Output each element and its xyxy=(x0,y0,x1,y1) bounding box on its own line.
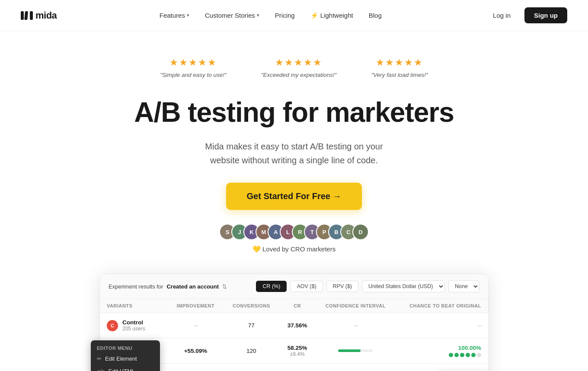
chance-control: -- xyxy=(396,313,488,338)
nav-auth: Log in Sign up xyxy=(484,7,567,23)
tab-aov[interactable]: AOV ($) xyxy=(290,281,323,292)
code-icon: </> xyxy=(97,368,105,371)
currency-select[interactable]: United States Dollar (USD) xyxy=(362,280,445,292)
editor-menu: Editor Menu ✏ Edit Element </> Edit HTML xyxy=(91,340,160,371)
hero-subheadline: Mida makes it easy to start A/B testing … xyxy=(118,140,470,167)
dot xyxy=(460,353,464,357)
dot xyxy=(454,353,459,357)
conversions-control: 77 xyxy=(224,313,279,338)
star-rating-1: ★★★★★ xyxy=(169,57,217,68)
star-block-2: ★★★★★ "Exceeded my expectations!" xyxy=(261,57,337,78)
confidence-v1 xyxy=(316,338,396,364)
avatar-group: S J K M A L R T P B C D xyxy=(219,224,369,240)
edit-element-item[interactable]: ✏ Edit Element xyxy=(91,352,160,365)
cta-button[interactable]: Get Started For Free → xyxy=(226,183,362,210)
star-block-3: ★★★★★ "Very fast load times!" xyxy=(371,57,428,78)
col-improvement: IMPROVEMENT xyxy=(168,299,224,313)
col-variants: VARIANTS xyxy=(100,299,168,313)
conversions-v1: 120 xyxy=(224,338,279,364)
sort-icon[interactable]: ⇅ xyxy=(222,283,227,290)
star-rating-2: ★★★★★ xyxy=(275,57,323,68)
chevron-down-icon: ▾ xyxy=(257,13,259,18)
svg-rect-1 xyxy=(24,11,28,20)
nav-links: Features ▾ Customer Stories ▾ Pricing ⚡ … xyxy=(153,8,388,23)
nav-features[interactable]: Features ▾ xyxy=(153,8,195,22)
edit-html-item[interactable]: </> Edit HTML xyxy=(91,365,160,371)
star-block-1: ★★★★★ "Simple and easy to use!" xyxy=(160,57,227,78)
variant-badge-control: C xyxy=(107,320,118,331)
col-confidence: CONFIDENCE INTERVAL xyxy=(316,299,396,313)
dot-empty xyxy=(477,353,481,357)
star-quote-2: "Exceeded my expectations!" xyxy=(261,72,337,78)
variant-users-control: 205 users xyxy=(122,326,145,332)
star-quote-3: "Very fast load times!" xyxy=(371,72,428,78)
nav-lightweight[interactable]: ⚡ Lightweight xyxy=(304,8,359,23)
improvement-v1: +55.09% xyxy=(168,338,224,364)
nav-blog[interactable]: Blog xyxy=(363,8,388,22)
social-proof: S J K M A L R T P B C D 💛 Loved by CRO m… xyxy=(118,224,470,253)
tab-rpv[interactable]: RPV ($) xyxy=(326,281,358,292)
confidence-bar-bg xyxy=(338,349,373,352)
confidence-bar-fill xyxy=(338,349,361,352)
segment-select[interactable]: None xyxy=(448,280,479,292)
signup-button[interactable]: Sign up xyxy=(524,7,567,23)
dot xyxy=(466,353,470,357)
variant-cell: C Control 205 users xyxy=(100,313,168,338)
chance-v1: 100.00% xyxy=(396,338,488,364)
cr-control: 37.56% xyxy=(279,313,316,338)
variant-name-control: Control xyxy=(122,319,145,326)
avatar: D xyxy=(352,224,369,240)
table-header: VARIANTS IMPROVEMENT CONVERSIONS CR CONF… xyxy=(100,299,488,313)
login-button[interactable]: Log in xyxy=(484,8,519,22)
cr-v1: 58.25% ±9.4% xyxy=(279,338,316,364)
col-chance: CHANCE TO BEAT ORIGINAL xyxy=(396,299,488,313)
star-rating-3: ★★★★★ xyxy=(376,57,423,68)
confidence-control: -- xyxy=(316,313,396,338)
col-cr: CR xyxy=(279,299,316,313)
improvement-control: -- xyxy=(168,313,224,338)
hero-section: ★★★★★ "Simple and easy to use!" ★★★★★ "E… xyxy=(108,31,480,253)
logo-text: mida xyxy=(35,10,57,21)
star-quote-1: "Simple and easy to use!" xyxy=(160,72,227,78)
nav-customer-stories[interactable]: Customer Stories ▾ xyxy=(199,8,265,22)
stars-row: ★★★★★ "Simple and easy to use!" ★★★★★ "E… xyxy=(118,57,470,78)
svg-rect-0 xyxy=(21,11,24,20)
experiment-label: Experiment results for Created an accoun… xyxy=(109,283,227,290)
edit-icon: ✏ xyxy=(97,355,102,362)
table-row: C Control 205 users -- 77 37.56% xyxy=(100,313,488,338)
dashboard-preview: Experiment results for Created an accoun… xyxy=(99,274,489,371)
editor-menu-title: Editor Menu xyxy=(91,343,160,352)
logo[interactable]: mida xyxy=(21,10,57,21)
dashboard-tabs: CR (%) AOV ($) RPV ($) United States Dol… xyxy=(256,280,479,292)
dashboard-header: Experiment results for Created an accoun… xyxy=(100,274,488,299)
logo-icon xyxy=(21,11,33,20)
dot xyxy=(449,353,453,357)
col-conversions: CONVERSIONS xyxy=(224,299,279,313)
chevron-down-icon: ▾ xyxy=(187,13,189,18)
navbar: mida Features ▾ Customer Stories ▾ Prici… xyxy=(0,0,588,31)
hero-headline: A/B testing for marketers xyxy=(118,97,470,127)
tab-cr[interactable]: CR (%) xyxy=(256,281,287,292)
dot xyxy=(471,353,476,357)
svg-rect-2 xyxy=(30,11,33,20)
nav-pricing[interactable]: Pricing xyxy=(269,8,301,22)
loved-by-text: 💛 Loved by CRO marketers xyxy=(252,245,336,253)
